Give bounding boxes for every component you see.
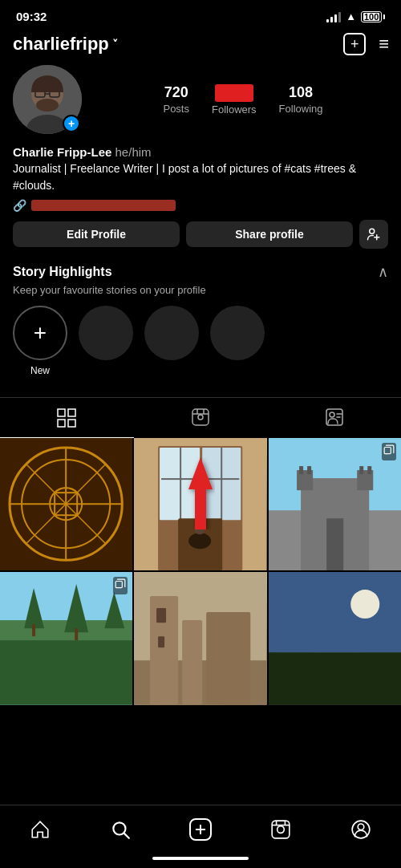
nav-search[interactable] [104,813,136,846]
svg-rect-34 [180,448,181,520]
header: charliefripp ˅ + ≡ [0,30,401,65]
svg-rect-50 [326,518,343,570]
svg-point-3 [36,99,59,112]
tab-reels[interactable] [134,398,268,438]
posts-label: Posts [163,103,189,115]
bio-text: Journalist | Freelance Writer | I post a… [13,160,388,194]
nav-profile[interactable] [345,813,377,846]
bottom-nav [0,805,401,868]
action-buttons: Edit Profile Share profile [13,220,388,249]
followers-bar [215,84,253,102]
header-icons: + ≡ [343,33,388,55]
followers-label: Followers [212,103,257,116]
following-stat[interactable]: 108 Following [279,84,323,116]
nav-home[interactable] [24,813,56,846]
content-tabs [0,397,401,438]
svg-point-7 [370,229,375,233]
svg-rect-12 [68,409,75,416]
highlight-circle-1 [79,306,133,360]
svg-rect-58 [32,624,35,636]
add-post-nav-icon [189,818,212,841]
svg-rect-68 [269,653,401,705]
svg-rect-14 [68,420,75,427]
svg-rect-65 [156,608,166,623]
svg-point-84 [358,824,364,830]
svg-point-16 [198,415,203,420]
followers-stat[interactable]: Followers [212,84,257,116]
grid-item-5[interactable] [134,572,266,704]
highlights-title: Story Highlights [13,265,112,279]
svg-rect-48 [359,466,363,474]
battery-icon: 100 [361,11,385,22]
new-highlight-item[interactable]: + New [13,306,67,376]
profile-top: + 720 Posts Followers 108 Following [13,65,388,134]
svg-rect-36 [221,448,223,520]
grid-item-3[interactable] [269,438,401,570]
highlight-item-1[interactable] [79,306,133,376]
highlights-row: + New [13,306,388,384]
highlights-subtitle: Keep your favourite stories on your prof… [13,284,388,296]
svg-rect-49 [367,466,371,474]
svg-point-21 [330,412,334,417]
highlight-circle-3 [210,306,265,360]
share-profile-button[interactable]: Share profile [186,221,353,247]
posts-grid [0,438,401,705]
new-highlight-label: New [30,365,50,376]
svg-rect-64 [207,612,251,704]
posts-stat: 720 Posts [163,84,189,116]
grid-item-2[interactable] [134,438,266,570]
follow-icon-button[interactable] [359,220,388,249]
tab-tagged[interactable] [267,398,401,438]
nav-add[interactable] [184,813,217,846]
svg-rect-66 [158,636,164,647]
svg-point-73 [350,590,379,619]
pronouns: he/him [115,145,152,159]
highlight-circle-2 [144,306,199,360]
wifi-icon: ▲ [346,10,356,22]
status-icons: ▲ 100 [326,10,385,22]
following-count: 108 [289,84,313,101]
add-story-button[interactable]: + [63,115,80,132]
menu-button[interactable]: ≡ [379,34,388,55]
svg-rect-33 [161,478,198,480]
svg-rect-47 [307,466,311,474]
profile-stats: 720 Posts Followers 108 Following [98,84,388,116]
username-dropdown-icon[interactable]: ˅ [112,38,118,51]
username-area[interactable]: charliefripp ˅ [13,34,118,55]
svg-rect-53 [0,636,132,704]
highlight-item-2[interactable] [144,306,199,376]
grid-item-1[interactable] [0,438,132,570]
svg-point-39 [194,523,205,534]
svg-point-79 [277,826,285,834]
svg-point-38 [188,533,211,549]
grid-item-6[interactable] [269,572,401,704]
highlights-header: Story Highlights ∧ [13,263,388,281]
link-icon: 🔗 [13,199,26,212]
grid-item-4[interactable] [0,572,132,704]
svg-rect-11 [58,409,65,416]
link-url [31,200,176,211]
posts-count: 720 [164,84,188,101]
svg-rect-78 [272,821,290,838]
highlights-collapse-icon[interactable]: ∧ [378,263,388,281]
highlight-item-3[interactable] [210,306,265,376]
svg-rect-72 [269,572,401,652]
svg-rect-31 [160,448,200,520]
add-post-button[interactable]: + [343,33,366,55]
new-highlight-circle[interactable]: + [13,306,67,360]
svg-rect-40 [384,448,391,454]
multi-post-badge-2 [113,577,128,594]
bio-link[interactable]: 🔗 [13,199,388,212]
multi-post-badge [382,443,396,460]
edit-profile-button[interactable]: Edit Profile [13,221,180,247]
tab-posts[interactable] [0,398,134,438]
display-name: Charlie Fripp-Lee he/him [13,145,388,159]
svg-rect-51 [115,582,122,588]
status-time: 09:32 [16,10,47,23]
highlights-section: Story Highlights ∧ Keep your favourite s… [13,263,388,384]
nav-reels[interactable] [265,813,297,846]
signal-icon [326,11,341,22]
svg-rect-15 [192,409,209,425]
svg-line-75 [124,834,129,838]
svg-rect-63 [182,620,202,704]
